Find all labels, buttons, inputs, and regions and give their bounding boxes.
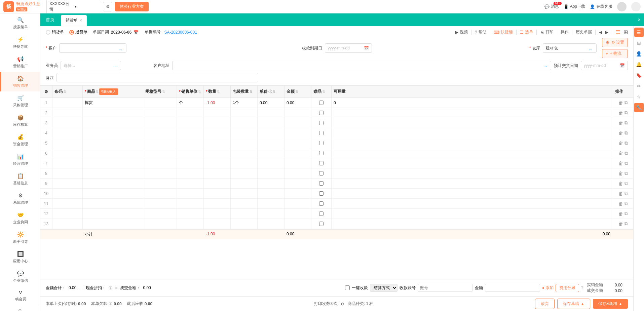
delete-row-8-icon[interactable]: 🗑 (618, 171, 623, 176)
tab-sales-order[interactable]: 销货单 × (61, 15, 87, 26)
sort-spec-icon[interactable]: ⇅ (162, 90, 165, 93)
gift-checkbox-5[interactable] (313, 141, 329, 145)
copy-row-8-icon[interactable]: ⧉ (624, 170, 628, 176)
nav-next-icon[interactable]: ▶ (605, 30, 608, 35)
discount-info-icon[interactable]: ⓘ (109, 285, 112, 290)
delete-row-13-icon[interactable]: 🗑 (618, 221, 623, 227)
tab-home[interactable]: 首页 (40, 13, 60, 26)
experience-button[interactable]: 体验行业方案 (115, 2, 149, 11)
delete-row-11-icon[interactable]: 🗑 (618, 201, 623, 206)
gift-checkbox-2[interactable] (313, 111, 329, 115)
gift-checkbox-6[interactable] (313, 151, 329, 155)
sidebar-item-sales[interactable]: 🏠 销售管理 (0, 72, 40, 91)
td-barcode-1[interactable] (52, 98, 83, 108)
discard-button[interactable]: 放弃 (535, 299, 555, 309)
copy-row-7-icon[interactable]: ⧉ (624, 160, 628, 166)
radio-goods-type[interactable]: ⊙ (341, 302, 344, 306)
sidebar-item-members[interactable]: V 畅会员 (0, 286, 40, 305)
copy-row-11-icon[interactable]: ⧉ (624, 201, 628, 206)
sidebar-item-system[interactable]: ⚙ 系统管理 (0, 189, 40, 208)
settings-icon[interactable]: ⚙ (103, 2, 112, 11)
right-tool-grid[interactable]: ⊞ (634, 38, 644, 48)
amount-field[interactable] (485, 284, 540, 292)
right-tool-highlight[interactable]: 🔧 (634, 103, 644, 112)
delete-row-1-icon[interactable]: 🗑 (618, 100, 623, 106)
remark-input[interactable] (56, 73, 258, 82)
save-draft-button[interactable]: 保存草稿 ▲ (557, 299, 590, 309)
gift-checkbox-1[interactable] (313, 101, 329, 105)
right-tool-user[interactable]: 👤 (634, 49, 644, 59)
save-dropdown-icon[interactable]: ▲ (618, 302, 622, 306)
address-input[interactable]: ... (172, 61, 551, 70)
right-tool-star[interactable]: ☆ (634, 92, 644, 102)
right-tool-bell[interactable]: 🔔 (634, 60, 644, 69)
sort-gift-icon[interactable]: ⇅ (322, 90, 325, 93)
sidebar-item-operations[interactable]: 📊 经营管理 (0, 150, 40, 169)
customer-input[interactable]: ... (59, 43, 126, 53)
th-config[interactable]: ⚙ (40, 86, 52, 98)
sidebar-item-apps[interactable]: 🔲 应用中心 (0, 247, 40, 267)
list-view-icon[interactable]: ☰ (615, 29, 620, 35)
sort-goods-icon[interactable]: ⇅ (96, 90, 99, 93)
one-click-pay-checkbox[interactable] (345, 285, 350, 290)
sidebar-item-finance[interactable]: 💰 资金管理 (0, 130, 40, 150)
owe-info-icon[interactable]: ⓘ (109, 301, 112, 306)
warehouse-ellipsis[interactable]: ... (588, 46, 594, 50)
logistics-button[interactable]: + + 物流 (602, 49, 628, 58)
td-price-1[interactable]: 0.00 (258, 98, 285, 108)
gift-checkbox-8[interactable] (313, 171, 329, 176)
sidebar-item-search[interactable]: 🔍 搜索菜单 (0, 13, 40, 33)
right-tool-edit[interactable]: ✏ (634, 81, 644, 91)
right-tool-bookmark[interactable]: 🔖 (634, 71, 644, 80)
calendar-icon[interactable]: 📅 (134, 30, 139, 35)
expense-btn[interactable]: 费用分摊 (556, 284, 579, 292)
sort-amount-icon[interactable]: ⇅ (295, 90, 298, 93)
gift-checkbox-3[interactable] (313, 121, 329, 125)
save-new-button[interactable]: 保存&新增 ▲ (593, 299, 628, 309)
sidebar-item-wechat[interactable]: 💬 企业微信 (0, 267, 40, 286)
gift-checkbox-13[interactable] (313, 222, 329, 226)
right-tool-list[interactable]: ☰ (634, 28, 644, 37)
select-order-button[interactable]: ☰ 选单 (520, 29, 533, 35)
sort-unit-icon[interactable]: ⇅ (198, 90, 201, 93)
staff-ellipsis[interactable]: ... (112, 63, 118, 68)
sidebar-item-inventory[interactable]: 📦 库存核算 (0, 111, 40, 130)
customer-ellipsis[interactable]: ... (117, 46, 123, 50)
gift-checkbox-9[interactable] (313, 181, 329, 186)
avatar[interactable] (617, 2, 627, 11)
copy-row-4-icon[interactable]: ⧉ (624, 130, 628, 136)
staff-input[interactable]: 选择... ... (61, 61, 121, 70)
company-selector[interactable]: XXXXXX公司 ▼ (46, 0, 100, 14)
sidebar-item-purchase[interactable]: 🛒 采购管理 (0, 91, 40, 111)
add-payment-button[interactable]: ● 添加 (542, 285, 554, 291)
delete-row-10-icon[interactable]: 🗑 (618, 191, 623, 196)
sidebar-config-button[interactable]: ⚙ (0, 305, 40, 311)
td-goods-1[interactable]: 挥货 (83, 98, 143, 108)
video-button[interactable]: ▶ 视频 (455, 29, 468, 35)
settings-button[interactable]: ⚙ ⚙ 设置 (602, 38, 628, 47)
copy-row-2-icon[interactable]: ⧉ (624, 110, 628, 116)
tab-close-icon[interactable]: × (80, 18, 82, 23)
help-button[interactable]: ? 帮助 (475, 29, 487, 35)
scan-button[interactable]: 扫码录入 (99, 88, 118, 95)
expense-help-icon[interactable]: ? (581, 285, 583, 290)
shortcut-button[interactable]: ⌨ 快捷键 (494, 29, 513, 35)
copy-row-6-icon[interactable]: ⧉ (624, 150, 628, 156)
copy-row-9-icon[interactable]: ⧉ (624, 181, 628, 186)
gift-checkbox-4[interactable] (313, 131, 329, 135)
gift-checkbox-10[interactable] (313, 191, 329, 196)
sidebar-item-quicknav[interactable]: ⚡ 快捷导航 (0, 33, 40, 52)
sort-qty-icon[interactable]: ⇅ (217, 90, 220, 93)
sort-packqty-icon[interactable]: ⇅ (250, 90, 252, 93)
delete-row-5-icon[interactable]: 🗑 (618, 141, 623, 146)
copy-row-1-icon[interactable]: ⧉ (624, 100, 628, 106)
avatar-2[interactable] (631, 2, 641, 11)
nav-prev-icon[interactable]: ◀ (599, 30, 602, 35)
td-packqty-1[interactable]: 1个 (231, 98, 258, 108)
delete-row-3-icon[interactable]: 🗑 (618, 120, 623, 126)
grid-view-icon[interactable]: ⊞ (623, 29, 628, 35)
gift-checkbox-12[interactable] (313, 211, 329, 216)
history-button[interactable]: 历史单据 (576, 29, 592, 35)
td-qty-1[interactable]: -1.00 (204, 98, 231, 108)
dropdown-arrow-icon[interactable]: ▲ (580, 302, 584, 306)
